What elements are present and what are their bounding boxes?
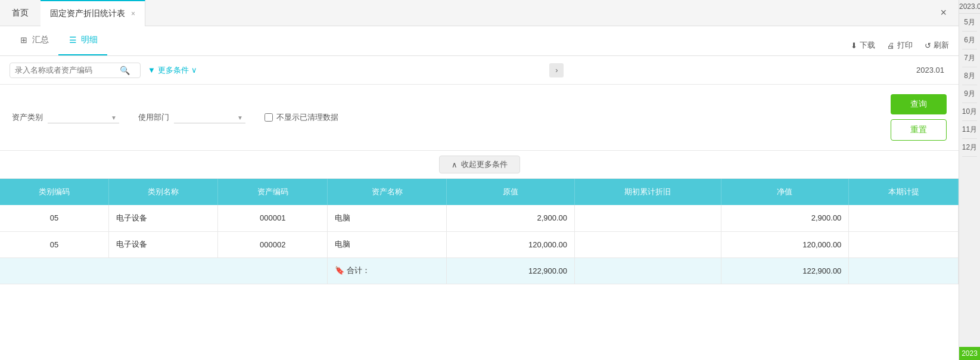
total-icon: 🔖: [335, 266, 344, 275]
tab-summary[interactable]: ⊞ 汇总: [10, 26, 58, 55]
sidebar-month-item[interactable]: 12月: [962, 139, 977, 157]
filter-panel: 资产类别 ▼ 使用部门 ▼ 不显示已清理数: [0, 85, 959, 151]
collapse-arrow-button[interactable]: ›: [549, 63, 564, 77]
sidebar-month-item[interactable]: 7月: [962, 49, 977, 67]
col-header-net-value: 净值: [721, 179, 849, 205]
collapse-label: 收起更多条件: [461, 159, 508, 170]
collapse-button[interactable]: ∧ 收起更多条件: [439, 156, 520, 173]
hide-cleared-label: 不显示已清理数据: [276, 112, 338, 123]
total-label-text: 🔖合计：: [328, 257, 447, 284]
download-icon: ⬇: [851, 41, 857, 50]
refresh-icon: ↺: [925, 41, 931, 50]
hide-cleared-wrap: 不显示已清理数据: [265, 112, 338, 123]
cell-category-code: 05: [0, 231, 108, 257]
filter-icon: ▼: [148, 66, 155, 75]
tab-close-icon[interactable]: ×: [131, 10, 135, 18]
asset-category-label: 资产类别: [12, 112, 43, 123]
refresh-button[interactable]: ↺ 刷新: [925, 40, 949, 51]
data-table-wrap: 类别编码 类别名称 资产编码 资产名称 原值 期初累计折旧 净值 本期计提 05…: [0, 179, 959, 360]
date-display: 2023.01: [916, 66, 949, 75]
search-input[interactable]: [15, 66, 116, 75]
sidebar-month-item[interactable]: 5月: [962, 14, 977, 32]
download-label: 下载: [860, 40, 875, 51]
download-button[interactable]: ⬇ 下载: [851, 40, 875, 51]
window-close-icon[interactable]: ×: [940, 7, 959, 19]
total-current-dep: [849, 257, 959, 284]
cell-category-name: 电子设备: [108, 205, 218, 231]
department-select[interactable]: [174, 111, 245, 123]
chevron-right-icon: ›: [555, 66, 558, 75]
sidebar-month-item[interactable]: 6月: [962, 32, 977, 49]
department-filter: 使用部门 ▼: [138, 111, 245, 123]
cell-net-value: 120,000.00: [721, 231, 849, 257]
col-header-category-code: 类别编码: [0, 179, 108, 205]
more-filter-button[interactable]: ▼ 更多条件 ∨: [148, 65, 197, 76]
col-header-asset-name: 资产名称: [328, 179, 447, 205]
date-nav[interactable]: 2023.01: [959, 0, 980, 14]
col-header-asset-code: 资产编码: [218, 179, 328, 205]
active-tab[interactable]: 固定资产折旧统计表 ×: [41, 0, 145, 26]
hide-cleared-checkbox[interactable]: [265, 113, 273, 122]
asset-category-filter: 资产类别 ▼: [12, 111, 119, 123]
cell-current-dep: [849, 205, 959, 231]
cell-asset-code: 000001: [218, 205, 328, 231]
cell-category-name: 电子设备: [108, 231, 218, 257]
cell-category-code: 05: [0, 205, 108, 231]
home-tab[interactable]: 首页: [0, 0, 41, 26]
total-original-value: 122,900.00: [447, 257, 575, 284]
asset-category-select[interactable]: [48, 111, 119, 123]
print-button[interactable]: 🖨 打印: [887, 40, 913, 51]
cell-net-value: 2,900.00: [721, 205, 849, 231]
tab-label: 固定资产折旧统计表: [50, 8, 125, 19]
asset-category-select-wrap: ▼: [48, 111, 119, 123]
cell-asset-name: 电脑: [328, 231, 447, 257]
table-header-row: 类别编码 类别名称 资产编码 资产名称 原值 期初累计折旧 净值 本期计提: [0, 179, 959, 205]
more-filter-label: 更多条件: [158, 65, 189, 76]
sidebar-month-item[interactable]: 10月: [962, 103, 977, 121]
sidebar-month-item[interactable]: 9月: [962, 85, 977, 103]
filter-actions: 查询 重置: [891, 94, 947, 141]
sidebar-year[interactable]: 2023: [959, 347, 980, 360]
print-label: 打印: [897, 40, 913, 51]
col-header-original-value: 原值: [447, 179, 575, 205]
table-row: 05 电子设备 000001 电脑 2,900.00 2,900.00: [0, 205, 959, 231]
cell-accumulated-dep: [575, 231, 721, 257]
col-header-current-dep: 本期计提: [849, 179, 959, 205]
total-net-value: 122,900.00: [721, 257, 849, 284]
cell-original-value: 2,900.00: [447, 205, 575, 231]
cell-asset-code: 000002: [218, 231, 328, 257]
total-accumulated-dep: [575, 257, 721, 284]
total-label: [0, 257, 328, 284]
print-icon: 🖨: [887, 41, 895, 50]
detail-icon: ☰: [68, 35, 77, 45]
chevron-down-icon: ∨: [191, 66, 197, 75]
refresh-label: 刷新: [934, 40, 949, 51]
cell-asset-name: 电脑: [328, 205, 447, 231]
search-icon: 🔍: [120, 66, 130, 75]
search-input-wrap: 🔍: [10, 63, 141, 78]
tab-detail-label: 明细: [81, 35, 98, 45]
col-header-accumulated-dep: 期初累计折旧: [575, 179, 721, 205]
sidebar-month-item[interactable]: 8月: [962, 67, 977, 85]
table-row: 05 电子设备 000002 电脑 120,000.00 120,000.00: [0, 231, 959, 257]
sidebar-month-item[interactable]: 11月: [962, 121, 977, 139]
tab-summary-label: 汇总: [32, 35, 49, 45]
col-header-category-name: 类别名称: [108, 179, 218, 205]
total-row: 🔖合计： 122,900.00 122,900.00: [0, 257, 959, 284]
cell-accumulated-dep: [575, 205, 721, 231]
collapse-row: ∧ 收起更多条件: [0, 151, 959, 179]
tab-detail[interactable]: ☰ 明细: [58, 26, 107, 55]
right-sidebar: 2023.01 5月6月7月8月9月10月11月12月 2023: [959, 0, 980, 360]
data-table: 类别编码 类别名称 资产编码 资产名称 原值 期初累计折旧 净值 本期计提 05…: [0, 179, 959, 284]
cell-current-dep: [849, 231, 959, 257]
department-label: 使用部门: [138, 112, 169, 123]
query-button[interactable]: 查询: [891, 94, 947, 114]
chevron-up-icon: ∧: [452, 160, 458, 169]
department-select-wrap: ▼: [174, 111, 245, 123]
cell-original-value: 120,000.00: [447, 231, 575, 257]
reset-button[interactable]: 重置: [891, 119, 947, 141]
summary-icon: ⊞: [19, 35, 29, 45]
